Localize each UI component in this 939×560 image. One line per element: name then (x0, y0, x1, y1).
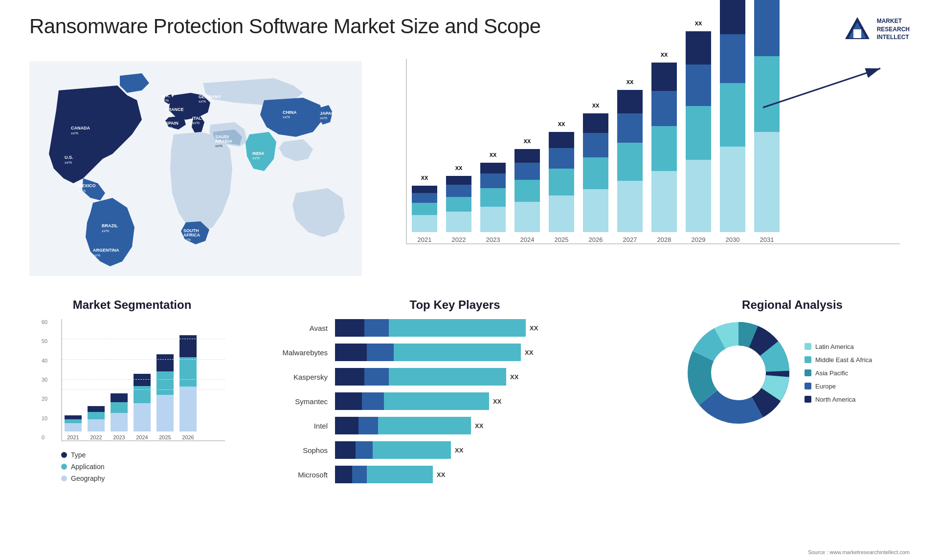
segmentation-title: Market Segmentation (39, 298, 225, 312)
player-intel: Intel XX (259, 417, 650, 434)
svg-text:xx%: xx% (183, 237, 191, 242)
legend-europe: Europe (805, 383, 872, 390)
svg-line-22 (763, 68, 880, 108)
player-malwarebytes: Malwarebytes XX (259, 344, 650, 361)
svg-text:ARABIA: ARABIA (215, 139, 232, 144)
svg-text:xx%: xx% (93, 253, 100, 258)
bar-2026: XX 2026 (583, 113, 608, 243)
bar-2031: XX 2031 (754, 0, 780, 243)
regional-title: Regional Analysis (685, 298, 900, 312)
player-sophos: Sophos XX (259, 441, 650, 459)
uk-label: U.K. (161, 93, 170, 98)
svg-text:xx%: xx% (102, 229, 109, 233)
bar-2029: XX 2029 (686, 31, 711, 243)
page-title: Ransomware Protection Software Market Si… (29, 15, 541, 38)
regional-section: Regional Analysis (675, 293, 910, 503)
svg-text:xx%: xx% (78, 189, 86, 193)
italy-label: ITALY (192, 116, 204, 121)
player-symantec: Symantec XX (259, 392, 650, 410)
regional-legend: Latin America Middle East & Africa Asia … (805, 343, 872, 403)
logo-container: MARKETRESEARCHINTELLECT (843, 15, 910, 44)
bar-2027: XX 2027 (617, 90, 643, 243)
legend-asia-pacific: Asia Pacific (805, 369, 872, 377)
svg-text:xx%: xx% (199, 99, 206, 104)
mexico-label: MEXICO (78, 183, 96, 188)
bar-2021: XX 2021 (412, 186, 437, 243)
argentina-label: ARGENTINA (93, 248, 119, 253)
brazil-label: BRAZIL (102, 223, 118, 228)
bottom-section: Market Segmentation 0 10 20 30 40 50 60 (29, 293, 910, 503)
players-section: Top Key Players Avast XX Malwarebytes (245, 293, 665, 503)
japan-label: JAPAN (320, 111, 335, 116)
page-container: Ransomware Protection Software Market Si… (0, 0, 939, 560)
svg-text:xx%: xx% (71, 131, 78, 135)
legend-geography: Geography (61, 474, 225, 482)
svg-text:xx%: xx% (283, 115, 290, 119)
bar-2022: XX 2022 (446, 176, 471, 243)
player-kaspersky: Kaspersky XX (259, 368, 650, 386)
legend-north-america: North America (805, 396, 872, 403)
players-list: Avast XX Malwarebytes (259, 319, 650, 483)
logo-icon (843, 15, 872, 44)
legend-type: Type (61, 451, 225, 459)
germany-label: GERMANY (199, 94, 221, 99)
india-label: INDIA (252, 151, 265, 156)
seg-chart-area: 0 10 20 30 40 50 60 (61, 319, 225, 441)
bar-2030: XX 2030 (720, 0, 745, 243)
svg-text:xx%: xx% (320, 116, 327, 120)
svg-text:xx%: xx% (165, 126, 173, 130)
svg-point-28 (712, 346, 765, 400)
bar-chart: XX 2021 XX (377, 54, 910, 283)
top-section: CANADA xx% U.S. xx% MEXICO xx% BRAZIL xx… (29, 54, 910, 283)
donut-area: Latin America Middle East & Africa Asia … (685, 319, 900, 427)
segmentation-section: Market Segmentation 0 10 20 30 40 50 60 (29, 293, 235, 503)
donut-chart (685, 319, 792, 427)
trend-arrow (753, 64, 890, 112)
legend-application: Application (61, 463, 225, 471)
svg-text:xx%: xx% (161, 98, 169, 103)
china-label: CHINA (283, 110, 297, 115)
svg-text:AFRICA: AFRICA (183, 233, 200, 237)
svg-text:xx%: xx% (65, 160, 72, 165)
legend-latin-america: Latin America (805, 343, 872, 350)
svg-text:xx%: xx% (252, 156, 260, 160)
svg-text:xx%: xx% (192, 121, 200, 125)
svg-text:xx%: xx% (215, 144, 223, 148)
svg-text:xx%: xx% (165, 112, 173, 116)
world-map-svg: CANADA xx% U.S. xx% MEXICO xx% BRAZIL xx… (29, 54, 362, 283)
logo-text: MARKETRESEARCHINTELLECT (877, 17, 910, 42)
bar-2028: XX 2028 (651, 63, 677, 243)
bar-2023: XX 2023 (480, 163, 506, 243)
bar-2024: XX 2024 (514, 149, 540, 243)
canada-label: CANADA (71, 126, 90, 130)
player-microsoft: Microsoft XX (259, 466, 650, 483)
svg-rect-2 (853, 29, 861, 38)
players-title: Top Key Players (259, 298, 650, 312)
player-avast: Avast XX (259, 319, 650, 337)
legend-middle-east-africa: Middle East & Africa (805, 356, 872, 364)
france-label: FRANCE (165, 107, 184, 112)
seg-legend: Type Application Geography (39, 451, 225, 482)
us-label: U.S. (65, 155, 73, 160)
world-map: CANADA xx% U.S. xx% MEXICO xx% BRAZIL xx… (29, 54, 362, 283)
source-text: Source : www.marketresearchintellect.com (808, 549, 910, 555)
spain-label: SPAIN (165, 121, 179, 126)
bar-2025: XX 2025 (549, 132, 574, 243)
